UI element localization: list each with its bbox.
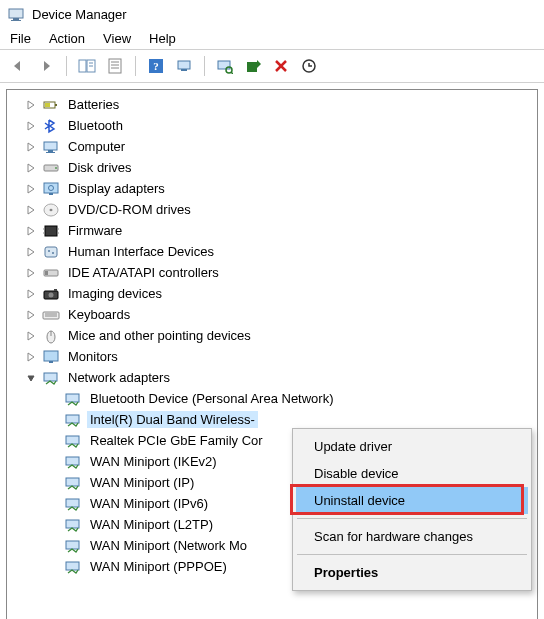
- svg-rect-40: [45, 247, 57, 257]
- tree-node[interactable]: Mice and other pointing devices: [25, 325, 537, 346]
- tree-node[interactable]: Imaging devices: [25, 283, 537, 304]
- svg-rect-2: [11, 20, 21, 21]
- tree-node-label: Bluetooth Device (Personal Area Network): [87, 390, 337, 407]
- tree-node-label: Intel(R) Dual Band Wireless-: [87, 411, 258, 428]
- svg-rect-25: [44, 142, 57, 150]
- scan-button[interactable]: [213, 54, 237, 78]
- tree-node-label: WAN Miniport (PPPOE): [87, 558, 230, 575]
- context-menu-separator: [297, 554, 527, 555]
- collapse-icon[interactable]: [25, 372, 37, 384]
- tree-node-label: Display adapters: [65, 180, 168, 197]
- net-icon: [64, 475, 82, 491]
- expand-icon[interactable]: [25, 246, 37, 258]
- svg-point-29: [55, 167, 57, 169]
- svg-rect-64: [66, 562, 79, 570]
- svg-rect-60: [66, 478, 79, 486]
- delete-button[interactable]: [269, 54, 293, 78]
- tree-node[interactable]: Disk drives: [25, 157, 537, 178]
- svg-rect-54: [49, 361, 53, 363]
- imaging-icon: [42, 286, 60, 302]
- context-menu-item[interactable]: Scan for hardware changes: [296, 523, 528, 550]
- toolbar: ?: [0, 49, 544, 83]
- svg-rect-53: [44, 351, 58, 361]
- expand-icon[interactable]: [25, 330, 37, 342]
- svg-rect-57: [66, 415, 79, 423]
- tree-node-label: WAN Miniport (L2TP): [87, 516, 216, 533]
- expand-icon[interactable]: [25, 183, 37, 195]
- expand-icon[interactable]: [25, 351, 37, 363]
- svg-rect-63: [66, 541, 79, 549]
- net-icon: [64, 433, 82, 449]
- tree-node[interactable]: Display adapters: [25, 178, 537, 199]
- tree-node[interactable]: Monitors: [25, 346, 537, 367]
- tree-node-label: IDE ATA/ATAPI controllers: [65, 264, 222, 281]
- menu-file[interactable]: File: [10, 31, 31, 46]
- menu-view[interactable]: View: [103, 31, 131, 46]
- monitor-icon: [42, 349, 60, 365]
- enable-button[interactable]: [297, 54, 321, 78]
- svg-rect-59: [66, 457, 79, 465]
- net-icon: [42, 370, 60, 386]
- tree-node[interactable]: Intel(R) Dual Band Wireless-: [47, 409, 537, 430]
- properties-button[interactable]: [103, 54, 127, 78]
- svg-point-34: [50, 208, 53, 211]
- tree-node-label: Network adapters: [65, 369, 173, 386]
- show-hide-button[interactable]: [75, 54, 99, 78]
- svg-rect-27: [46, 152, 55, 153]
- tree-node[interactable]: Keyboards: [25, 304, 537, 325]
- toolbar-separator: [135, 56, 136, 76]
- svg-point-42: [52, 252, 54, 254]
- net-icon: [64, 496, 82, 512]
- update-driver-button[interactable]: [241, 54, 265, 78]
- expand-icon[interactable]: [25, 225, 37, 237]
- back-button[interactable]: [6, 54, 30, 78]
- tree-node-label: Firmware: [65, 222, 125, 239]
- expand-icon[interactable]: [25, 141, 37, 153]
- context-menu-item[interactable]: Disable device: [296, 460, 528, 487]
- tree-node[interactable]: Computer: [25, 136, 537, 157]
- tree-node[interactable]: Bluetooth: [25, 115, 537, 136]
- ide-icon: [42, 265, 60, 281]
- svg-rect-0: [9, 9, 23, 18]
- net-icon: [64, 559, 82, 575]
- tree-node[interactable]: Batteries: [25, 94, 537, 115]
- tree-node[interactable]: Bluetooth Device (Personal Area Network): [47, 388, 537, 409]
- tree-node[interactable]: Network adapters: [25, 367, 537, 388]
- svg-line-17: [231, 72, 233, 74]
- tree-node-label: Mice and other pointing devices: [65, 327, 254, 344]
- expand-icon[interactable]: [25, 288, 37, 300]
- tree-node-label: Disk drives: [65, 159, 135, 176]
- svg-rect-44: [45, 271, 48, 275]
- tree-node-label: WAN Miniport (IP): [87, 474, 197, 491]
- tree-node-label: Computer: [65, 138, 128, 155]
- tree-node[interactable]: IDE ATA/ATAPI controllers: [25, 262, 537, 283]
- expand-icon[interactable]: [25, 309, 37, 321]
- context-menu-item[interactable]: Uninstall device: [296, 487, 528, 514]
- context-menu-item[interactable]: Properties: [296, 559, 528, 586]
- tree-node-label: WAN Miniport (Network Mo: [87, 537, 250, 554]
- refresh-button[interactable]: [172, 54, 196, 78]
- mouse-icon: [42, 328, 60, 344]
- expand-icon[interactable]: [25, 267, 37, 279]
- svg-rect-18: [247, 62, 257, 72]
- expand-icon[interactable]: [25, 99, 37, 111]
- expand-icon[interactable]: [25, 120, 37, 132]
- net-icon: [64, 391, 82, 407]
- svg-rect-14: [181, 69, 187, 71]
- tree-node[interactable]: Firmware: [25, 220, 537, 241]
- expand-icon[interactable]: [25, 204, 37, 216]
- svg-rect-31: [49, 193, 53, 195]
- tree-node-label: DVD/CD-ROM drives: [65, 201, 194, 218]
- svg-point-41: [48, 250, 50, 252]
- tree-node-label: WAN Miniport (IPv6): [87, 495, 211, 512]
- context-menu-item[interactable]: Update driver: [296, 433, 528, 460]
- expand-icon[interactable]: [25, 162, 37, 174]
- forward-button[interactable]: [34, 54, 58, 78]
- tree-node[interactable]: Human Interface Devices: [25, 241, 537, 262]
- menu-help[interactable]: Help: [149, 31, 176, 46]
- help-button[interactable]: ?: [144, 54, 168, 78]
- menu-action[interactable]: Action: [49, 31, 85, 46]
- tree-node-label: Realtek PCIe GbE Family Cor: [87, 432, 266, 449]
- tree-node[interactable]: DVD/CD-ROM drives: [25, 199, 537, 220]
- net-icon: [64, 517, 82, 533]
